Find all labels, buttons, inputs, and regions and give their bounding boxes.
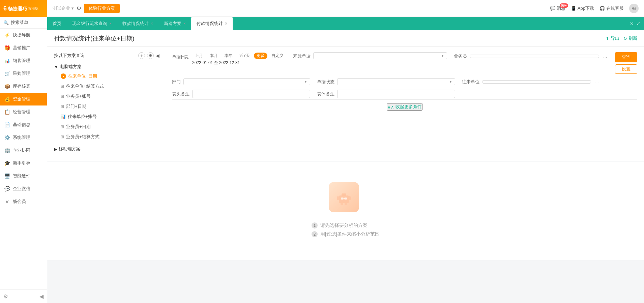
voucher-status-select[interactable]: ▾ xyxy=(337,78,455,85)
related-unit-ellipsis[interactable]: ... xyxy=(594,78,600,86)
voucher-status-label: 单据状态 xyxy=(317,79,334,85)
date-option-this-year[interactable]: 本年 xyxy=(222,52,235,59)
tab-payment-out-stats[interactable]: 付款情况统计 × xyxy=(191,17,233,30)
source-label: 来源单据 xyxy=(293,53,311,59)
scheme-settings-button[interactable]: ⚙ xyxy=(147,52,154,59)
related-unit-select[interactable] xyxy=(482,80,591,84)
company-selector[interactable]: 测试企业 ▾ xyxy=(53,5,74,11)
sidebar-item-label: 系统管理 xyxy=(13,134,30,141)
sidebar-item-label: 采购管理 xyxy=(13,70,30,77)
refresh-button[interactable]: ↻ 刷新 xyxy=(623,35,637,41)
tab-payment-out-stats-close[interactable]: × xyxy=(225,21,227,26)
company-dropdown-icon: ▾ xyxy=(71,6,74,11)
footer-settings-btn[interactable]: ⚙ xyxy=(3,293,8,300)
sidebar-item-label: 库存核算 xyxy=(13,83,30,89)
top-header: 测试企业 ▾ ⚙ 体验行业方案 💬 消息 99+ 📱 App下载 🎧 xyxy=(47,0,644,17)
close-all-tabs-icon[interactable]: ✕ xyxy=(630,21,634,26)
sidebar-item-hardware[interactable]: 🖥️ 智能硬件 xyxy=(0,170,47,182)
sidebar-item-basic-info[interactable]: 📄 基础信息 xyxy=(0,118,47,131)
svg-rect-2 xyxy=(344,198,347,200)
tab-home[interactable]: 首页 xyxy=(47,17,67,30)
scheme-item-unit-settle[interactable]: ⊞ 往来单位+结算方式 xyxy=(54,81,159,91)
user-avatar[interactable]: Rit xyxy=(629,4,639,13)
sidebar-item-system[interactable]: ⚙️ 系统管理 xyxy=(0,131,47,144)
expand-tab-icon[interactable]: ⤢ xyxy=(637,21,641,26)
dept-select[interactable]: ▾ xyxy=(183,78,310,85)
enterprise-icon: 🏢 xyxy=(4,147,10,153)
mobile-group-header[interactable]: ▶ 移动端方案 xyxy=(54,145,159,153)
salesman-ellipsis[interactable]: ... xyxy=(602,52,608,60)
scheme-item-salesman-settle[interactable]: ⊞ 业务员+结算方式 xyxy=(54,132,159,142)
settings-filter-button[interactable]: 设置 xyxy=(615,64,637,74)
sidebar-item-marketing[interactable]: 🎁 营销推广 xyxy=(0,41,47,54)
sidebar-item-wechat[interactable]: 💬 企业微信 xyxy=(0,182,47,195)
robot-svg xyxy=(335,189,352,206)
source-select[interactable]: ▾ xyxy=(313,52,447,59)
scheme-item-unit-account[interactable]: 📊 往来单位+账号 xyxy=(54,112,159,122)
search-menu[interactable]: 🔍 搜索菜单 xyxy=(0,17,47,29)
sidebar-item-label: 企业协同 xyxy=(13,147,30,153)
date-option-this-month[interactable]: 本月 xyxy=(207,52,221,59)
date-option-7days[interactable]: 近7天 xyxy=(237,52,253,59)
sidebar-item-operations[interactable]: 📋 经营管理 xyxy=(0,105,47,118)
sidebar-item-purchase[interactable]: 🛒 采购管理 xyxy=(0,67,47,80)
message-btn[interactable]: 💬 消息 99+ xyxy=(550,5,565,11)
main-content: 测试企业 ▾ ⚙ 体验行业方案 💬 消息 99+ 📱 App下载 🎧 xyxy=(47,0,644,303)
footer-collapse-btn[interactable]: ◀ xyxy=(39,293,43,300)
header-note-label: 表头备注 xyxy=(172,91,189,97)
sidebar-item-enterprise[interactable]: 🏢 企业协同 xyxy=(0,144,47,157)
svg-rect-1 xyxy=(341,198,344,200)
empty-state: 1 请先选择要分析的方案 2 用[过滤]条件来缩小分析范围 xyxy=(47,162,644,260)
tab-bar: 首页 现金银行流水查询 × 收款情况统计 × 新建方案 × 付款情况统计 × ✕… xyxy=(47,17,644,30)
scheme-item-dept-date[interactable]: ⊞ 部门+日期 xyxy=(54,101,159,112)
related-unit-label: 往来单位 xyxy=(462,79,479,85)
tab-new-scheme[interactable]: 新建方案 × xyxy=(158,17,191,30)
query-body: 按以下方案查询 + ⚙ ◀ ▼ xyxy=(47,47,644,161)
tab-bank-flow[interactable]: 现金银行流水查询 × xyxy=(67,17,117,30)
date-option-last-month[interactable]: 上月 xyxy=(192,52,206,59)
query-button[interactable]: 查询 xyxy=(615,52,637,62)
scheme-settings-icon: ⚙ xyxy=(149,53,152,58)
export-button[interactable]: ⬆ 导出 xyxy=(606,35,619,41)
sidebar-item-label: 快捷导航 xyxy=(13,32,30,38)
sidebar-item-inventory[interactable]: 📦 库存核算 xyxy=(0,80,47,93)
online-service-btn[interactable]: 🎧 在线客服 xyxy=(599,5,624,11)
page-header: 付款情况统计(往来单位+日期) ⬆ 导出 ↻ 刷新 xyxy=(47,30,644,47)
scheme-add-button[interactable]: + xyxy=(138,52,145,59)
service-label: 在线客服 xyxy=(606,5,624,11)
version-label: 标准版 xyxy=(28,6,38,11)
date-option-custom[interactable]: 自定义 xyxy=(269,52,286,59)
scheme-item-label: 业务员+账号 xyxy=(66,93,91,99)
tab-bank-flow-close[interactable]: × xyxy=(109,21,112,26)
svg-rect-3 xyxy=(342,193,346,196)
scheme-item-unit-date[interactable]: ● 往来单位+日期 xyxy=(54,71,159,81)
scheme-collapse-button[interactable]: ◀ xyxy=(156,53,159,58)
wechat-icon: 💬 xyxy=(4,186,10,192)
trial-button[interactable]: 体验行业方案 xyxy=(84,4,120,13)
empty-state-image xyxy=(329,182,362,216)
date-option-more[interactable]: 更多 xyxy=(254,53,267,59)
search-menu-label: 搜索菜单 xyxy=(11,20,28,26)
sidebar-item-quick-nav[interactable]: ⚡ 快捷导航 xyxy=(0,29,47,41)
body-note-input[interactable] xyxy=(337,90,455,98)
tab-new-scheme-close[interactable]: × xyxy=(183,21,186,26)
collapse-more-button[interactable]: ∧∧ 收起更多条件 xyxy=(387,103,422,111)
tab-payment-stats-close[interactable]: × xyxy=(151,21,153,26)
desktop-group-header[interactable]: ▼ 电脑端方案 xyxy=(54,62,159,71)
scheme-item-salesman-date[interactable]: ⊞ 业务员+日期 xyxy=(54,122,159,132)
header-note-input[interactable] xyxy=(192,90,310,98)
search-icon: 🔍 xyxy=(3,20,9,25)
sidebar-item-member[interactable]: V 畅会员 xyxy=(0,195,47,208)
scheme-header: 按以下方案查询 + ⚙ ◀ xyxy=(54,52,159,59)
sidebar-item-sales[interactable]: 📊 销售管理 xyxy=(0,54,47,67)
funds-icon: 💰 xyxy=(4,96,10,102)
sidebar-item-funds[interactable]: 💰 资金管理 xyxy=(0,93,47,105)
sidebar-item-guide[interactable]: 🎓 新手引导 xyxy=(0,157,47,170)
scheme-item-salesman-account[interactable]: ⊞ 业务员+账号 xyxy=(54,91,159,101)
app-download-btn[interactable]: 📱 App下载 xyxy=(571,5,594,11)
settings-icon[interactable]: ⚙ xyxy=(77,5,81,11)
salesman-select[interactable] xyxy=(470,55,599,58)
tab-payment-stats[interactable]: 收款情况统计 × xyxy=(117,17,158,30)
voucher-status-dropdown-icon: ▾ xyxy=(450,80,451,84)
sidebar-item-label: 新手引导 xyxy=(13,160,30,166)
